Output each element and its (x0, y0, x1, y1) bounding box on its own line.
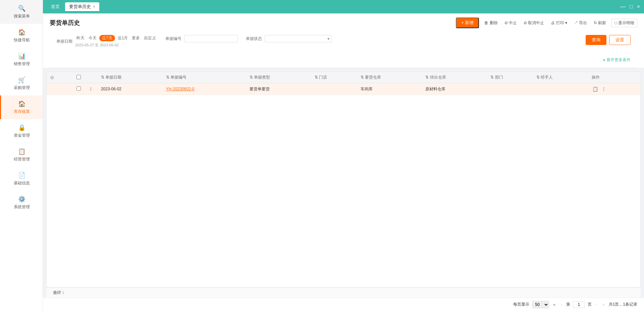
row-department (487, 83, 533, 95)
total-label: 合计： (53, 290, 65, 296)
date-pill-1month[interactable]: 近1月 (116, 35, 129, 41)
page-first-btn[interactable]: « (552, 302, 557, 308)
expand-more-btn[interactable]: ▾ 展开更多条件 (603, 57, 631, 63)
date-pill-yesterday[interactable]: 昨天 (75, 35, 86, 41)
col-settings: ⚙ (47, 72, 73, 83)
sidebar: 🔍 搜索菜单 🏠 快捷导航 📊 销售管理 🛒 采购管理 🏠 库存核算 🔒 资金管… (0, 0, 43, 311)
sidebar-item-label: 资金管理 (14, 133, 30, 138)
page-last-btn[interactable]: » (601, 302, 606, 308)
sidebar-item-quick-nav[interactable]: 🏠 快捷导航 (0, 24, 43, 48)
sidebar-item-label: 库存核算 (14, 109, 30, 115)
refresh-button[interactable]: ↻ 刷新 (592, 19, 607, 27)
sidebar-item-purchase-mgmt[interactable]: 🛒 采购管理 (0, 72, 43, 95)
date-pill-7days[interactable]: 近7天 (99, 35, 115, 41)
window-close-btn[interactable]: × (637, 4, 640, 10)
export-button[interactable]: ↗ 导出 (573, 19, 588, 27)
row-more-icon[interactable]: ⋮ (601, 86, 607, 92)
tab-close-btn[interactable]: × (93, 4, 95, 9)
row-checkbox[interactable] (76, 86, 81, 91)
cancel-suspend-button[interactable]: ⊘ 取消中止 (522, 19, 545, 27)
col-checkbox (73, 72, 84, 83)
date-range-text: 2023-05-27 至 2023-06-02 (75, 43, 157, 48)
pagination-summary: 共1页，1条记录 (609, 302, 637, 307)
tab-active[interactable]: 要货单历史 × (65, 2, 99, 11)
setting-button[interactable]: 设置 (609, 35, 631, 45)
sidebar-item-label: 销售管理 (14, 61, 30, 67)
filter-actions: 查询 设置 (586, 35, 631, 45)
page-title: 要货单历史 (50, 19, 80, 27)
column-settings-icon[interactable]: ⚙ (50, 75, 54, 80)
query-button[interactable]: 查询 (586, 35, 606, 45)
inventory-icon: 🏠 (18, 100, 25, 107)
delete-button[interactable]: 🗑 删除 (483, 19, 499, 27)
sidebar-item-label: 搜索菜单 (14, 13, 30, 19)
new-button[interactable]: + 新增 (456, 17, 479, 28)
pagination: 每页显示 50 10 20 100 « ‹ 第 页 › » 共1页，1条记录 (43, 298, 644, 311)
col-req-warehouse: ⇅ 要货仓库 (357, 72, 422, 83)
page-title-bar: 要货单历史 + 新增 🗑 删除 ⊘ 中止 ⊘ 取消中止 🖨 打印 ▾ ↗ 导出 … (50, 17, 637, 28)
row-bill-type: 要货单要货 (246, 83, 311, 95)
suspend-button[interactable]: ⊘ 中止 (503, 19, 518, 27)
col-date: ⇅ 单据日期 (98, 72, 163, 83)
sidebar-item-label: 系统管理 (14, 204, 30, 210)
row-date: 2023-06-02 (98, 83, 163, 95)
billno-input[interactable] (184, 35, 238, 42)
page-prev-btn[interactable]: ‹ (559, 302, 564, 308)
sales-icon: 📊 (18, 52, 25, 60)
sidebar-item-label: 基础信息 (14, 180, 30, 186)
expand-more-row: ▾ 展开更多条件 (56, 56, 631, 64)
bill-no-link[interactable]: YH-20230602-0 (166, 87, 195, 91)
page-number-input[interactable] (573, 301, 585, 308)
search-menu-icon: 🔍 (18, 5, 25, 12)
sidebar-item-label: 经营管理 (14, 157, 30, 162)
sidebar-item-sys-mgmt[interactable]: ⚙️ 系统管理 (0, 191, 43, 215)
quick-nav-icon: 🏠 (18, 29, 25, 36)
print-button[interactable]: 🖨 打印 ▾ (549, 19, 568, 27)
sys-mgmt-icon: ⚙️ (18, 195, 25, 203)
date-filter-label: 单据日期 (56, 39, 72, 44)
row-bill-no[interactable]: YH-20230602-0 (163, 83, 247, 95)
sidebar-item-label: 快捷导航 (14, 37, 30, 43)
page-next-btn[interactable]: › (594, 302, 598, 308)
window-minimize-btn[interactable]: — (620, 4, 626, 10)
row-edit-icon[interactable]: 📋 (592, 86, 599, 92)
filter-buttons: 查询 设置 (586, 35, 631, 45)
sidebar-item-search-menu[interactable]: 🔍 搜索菜单 (0, 0, 43, 24)
display-cell-button[interactable]: □ 显示明细 (611, 19, 637, 27)
col-action: 操作 (588, 72, 640, 83)
row-settings-cell (47, 83, 73, 95)
sidebar-item-sales-mgmt[interactable]: 📊 销售管理 (0, 48, 43, 72)
main-area: 首页 要货单历史 × — □ × 要货单历史 + 新增 🗑 删除 ⊘ 中止 ⊘ … (43, 0, 644, 311)
toolbar: + 新增 🗑 删除 ⊘ 中止 ⊘ 取消中止 🖨 打印 ▾ ↗ 导出 ↻ 刷新 □… (456, 17, 637, 28)
tab-home[interactable]: 首页 (47, 2, 64, 11)
status-select-wrap (265, 35, 332, 42)
col-handler: ⇅ 经手人 (533, 72, 588, 83)
finance-icon: 🔒 (18, 124, 25, 131)
window-maximize-btn[interactable]: □ (630, 4, 633, 10)
date-pill-more[interactable]: 更多 (130, 35, 141, 41)
status-select[interactable] (265, 35, 332, 42)
sidebar-item-finance[interactable]: 🔒 资金管理 (0, 119, 43, 143)
filter-date-group: 单据日期 昨天 今天 近7天 近1月 更多 自定义 2023-05-27 至 2… (56, 35, 157, 48)
sidebar-item-base-info[interactable]: 📄 基础信息 (0, 167, 43, 191)
row-checkbox-cell[interactable] (73, 83, 84, 95)
status-filter-label: 单据状态 (246, 36, 262, 42)
per-page-select[interactable]: 50 10 20 100 (532, 301, 549, 308)
col-num (84, 72, 98, 83)
col-department: ⇅ 部门 (487, 72, 533, 83)
table-area: ⚙ ⇅ 单据日期 ⇅ 单据编号 ⇅ 单据类型 (46, 72, 641, 287)
page-header: 要货单历史 + 新增 🗑 删除 ⊘ 中止 ⊘ 取消中止 🖨 打印 ▾ ↗ 导出 … (43, 13, 644, 68)
sidebar-item-operations[interactable]: 📋 经营管理 (0, 143, 43, 167)
date-pill-today[interactable]: 今天 (87, 35, 98, 41)
page-label: 第 (566, 302, 570, 307)
row-actions: 📋 ⋮ (588, 83, 640, 95)
row-num: 1 (84, 83, 98, 95)
row-pending-warehouse: 原材料仓库 (422, 83, 487, 95)
main-table: ⚙ ⇅ 单据日期 ⇅ 单据编号 ⇅ 单据类型 (47, 72, 640, 95)
sidebar-item-inventory[interactable]: 🏠 库存核算 (0, 95, 43, 119)
col-bill-type: ⇅ 单据类型 (246, 72, 311, 83)
date-pill-custom[interactable]: 自定义 (143, 35, 157, 41)
topbar-right: — □ × (620, 4, 640, 10)
select-all-checkbox[interactable] (76, 75, 81, 79)
row-req-warehouse: 车间库 (357, 83, 422, 95)
